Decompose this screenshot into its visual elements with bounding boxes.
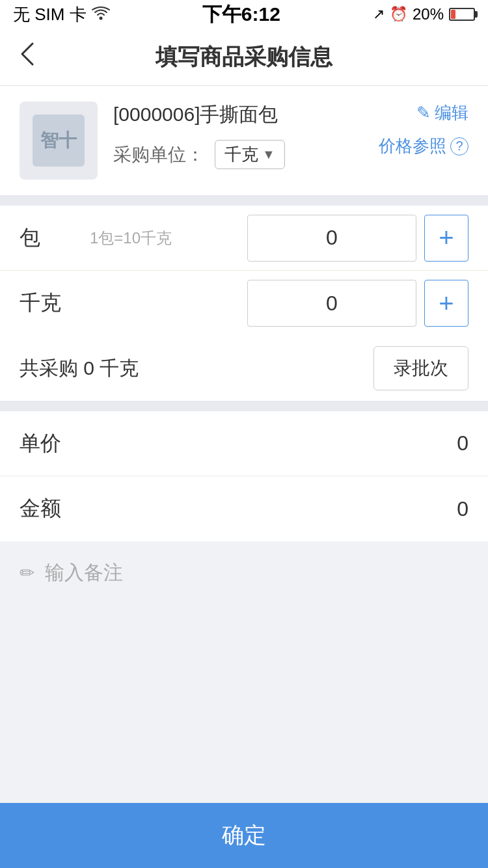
product-unit-row: 采购单位： 千克 ▼ (113, 140, 363, 169)
confirm-button[interactable]: 确定 (0, 803, 488, 868)
product-thumbnail: 智十 (20, 102, 98, 180)
notes-placeholder: 输入备注 (45, 560, 123, 586)
section-divider-1 (0, 195, 488, 206)
unit-price-label: 单价 (20, 429, 61, 458)
unit-value: 千克 (224, 143, 258, 166)
amount-value: 0 (457, 497, 468, 521)
unit-price-row: 单价 0 (0, 411, 488, 476)
kg-plus-button[interactable]: + (424, 280, 468, 327)
summary-text: 共采购 0 千克 (20, 355, 139, 382)
unit-select[interactable]: 千克 ▼ (215, 140, 285, 169)
product-name: [0000006]手撕面包 (113, 102, 363, 128)
bag-plus-button[interactable]: + (424, 215, 468, 262)
edit-label: 编辑 (435, 102, 468, 124)
battery-icon (449, 8, 475, 21)
plus-icon-2: + (439, 289, 454, 318)
bag-input-control: + (247, 215, 468, 262)
battery-text: 20% (413, 5, 444, 23)
edit-button[interactable]: ✎ 编辑 (416, 102, 468, 124)
help-icon: ? (450, 137, 468, 156)
notes-section[interactable]: ✏ 输入备注 (0, 541, 488, 604)
unit-label: 采购单位： (113, 142, 204, 167)
amount-label: 金额 (20, 495, 61, 523)
kg-label: 千克 (20, 289, 85, 318)
summary-row: 共采购 0 千克 录批次 (0, 336, 488, 401)
status-left: 无 SIM 卡 (13, 3, 110, 26)
location-icon: ↗ (373, 6, 385, 23)
unit-price-value: 0 (457, 431, 468, 455)
wifi-icon (92, 5, 110, 25)
price-section: 单价 0 金额 0 (0, 411, 488, 541)
plus-icon: + (439, 223, 454, 252)
kg-input-control: + (247, 280, 468, 327)
section-divider-2 (0, 401, 488, 411)
product-actions: ✎ 编辑 价格参照 ? (379, 102, 468, 157)
amount-row: 金额 0 (0, 476, 488, 541)
product-thumb-text: 智十 (33, 115, 85, 167)
carrier-text: 无 SIM 卡 (13, 3, 87, 26)
back-button[interactable] (13, 34, 42, 79)
input-section: 包 1包=10千克 + 千克 + (0, 206, 488, 336)
svg-point-0 (99, 16, 102, 20)
product-info: [0000006]手撕面包 采购单位： 千克 ▼ (113, 102, 363, 169)
price-ref-button[interactable]: 价格参照 ? (379, 135, 468, 157)
price-ref-label: 价格参照 (379, 135, 446, 157)
bag-input-row: 包 1包=10千克 + (0, 206, 488, 271)
kg-input-row: 千克 + (0, 271, 488, 336)
status-bar: 无 SIM 卡 下午6:12 ↗ ⏰ 20% (0, 0, 488, 29)
product-card: 智十 [0000006]手撕面包 采购单位： 千克 ▼ ✎ 编辑 价格参照 ? (0, 86, 488, 195)
confirm-label: 确定 (222, 821, 266, 850)
batch-button-label: 录批次 (394, 358, 448, 378)
status-time: 下午6:12 (202, 1, 280, 28)
bag-sublabel: 1包=10千克 (90, 228, 172, 249)
kg-quantity-input[interactable] (247, 280, 416, 327)
alarm-icon: ⏰ (390, 6, 407, 23)
nav-bar: 填写商品采购信息 (0, 29, 488, 86)
batch-button[interactable]: 录批次 (373, 346, 468, 390)
pencil-icon: ✏ (20, 562, 34, 584)
bag-quantity-input[interactable] (247, 215, 416, 262)
edit-icon: ✎ (416, 103, 431, 123)
status-right: ↗ ⏰ 20% (373, 5, 475, 23)
bag-label: 包 (20, 224, 85, 252)
unit-dropdown-arrow: ▼ (262, 147, 275, 162)
page-title: 填写商品采购信息 (156, 42, 332, 72)
